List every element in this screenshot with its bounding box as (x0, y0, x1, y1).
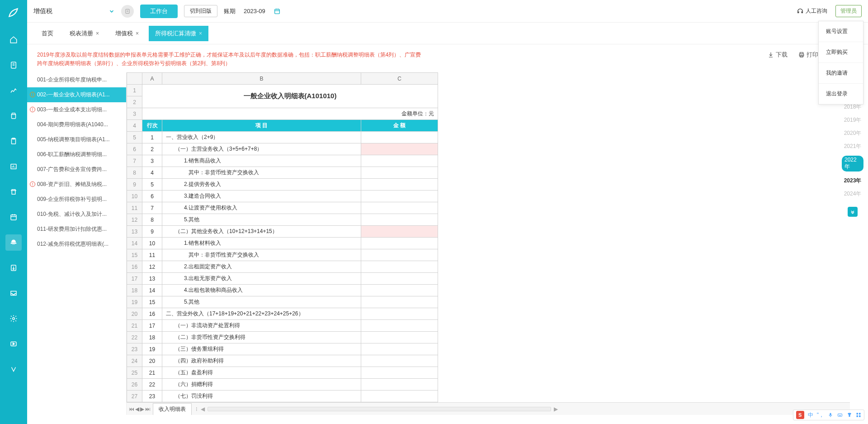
row-num[interactable]: 19 (127, 296, 142, 308)
item-name-cell[interactable]: 5.其他 (162, 214, 361, 226)
line-number-cell[interactable]: 5 (142, 179, 162, 191)
horizontal-scrollbar[interactable]: ⫶◀▶ (192, 406, 850, 412)
close-icon[interactable]: × (199, 30, 202, 37)
line-number-cell[interactable]: 21 (142, 367, 162, 379)
refresh-button[interactable] (121, 5, 134, 18)
nav-video-icon[interactable] (5, 336, 22, 352)
line-number-cell[interactable]: 22 (142, 379, 162, 391)
form-list-item[interactable]: 009-企业所得税弥补亏损明... (27, 192, 126, 207)
amount-cell[interactable] (361, 308, 438, 320)
line-number-cell[interactable]: 15 (142, 296, 162, 308)
row-num[interactable]: 1 (127, 85, 142, 96)
row-num[interactable]: 15 (127, 249, 142, 261)
print-button[interactable]: 打印 (798, 51, 818, 59)
row-num[interactable]: 14 (127, 238, 142, 249)
nav-clipboard-icon[interactable] (5, 133, 22, 149)
row-num[interactable]: 13 (127, 226, 142, 238)
line-number-cell[interactable]: 23 (142, 391, 162, 402)
item-name-cell[interactable]: （五）盘盈利得 (162, 367, 361, 379)
nav-last-icon[interactable]: ⏭ (145, 406, 151, 412)
form-list-item[interactable]: 010-免税、减计收入及加计... (27, 207, 126, 222)
row-num[interactable]: 27 (127, 391, 142, 402)
nav-active-icon[interactable] (5, 234, 22, 251)
tab-tax-list[interactable]: 税表清册× (63, 26, 105, 41)
sheet-nav[interactable]: ⏮ ◀ ▶ ⏭ (127, 406, 153, 412)
line-number-cell[interactable]: 4 (142, 167, 162, 179)
row-num[interactable]: 3 (127, 108, 142, 120)
form-list-item[interactable]: !002-一般企业收入明细表(A1... (27, 87, 126, 102)
workdesk-button[interactable]: 工作台 (140, 5, 178, 18)
form-list-item[interactable]: !003-一般企业成本支出明细... (27, 102, 126, 117)
item-name-cell[interactable]: （四）政府补助利得 (162, 355, 361, 367)
amount-cell[interactable] (361, 379, 438, 391)
amount-cell[interactable] (361, 273, 438, 285)
line-number-cell[interactable]: 19 (142, 343, 162, 355)
ime-mic-icon[interactable] (828, 412, 833, 418)
line-number-cell[interactable]: 9 (142, 226, 162, 238)
item-name-cell[interactable]: 5.其他 (162, 296, 361, 308)
menu-logout[interactable]: 退出登录 (819, 84, 863, 104)
row-num[interactable]: 22 (127, 332, 142, 343)
item-name-cell[interactable]: 其中：非货币性资产交换收入 (162, 167, 361, 179)
ime-punct-icon[interactable]: "， (817, 411, 824, 419)
row-num[interactable]: 12 (127, 214, 142, 226)
nav-settings-icon[interactable] (5, 310, 22, 327)
item-name-cell[interactable]: 一、营业收入（2+9） (162, 132, 361, 143)
year-item[interactable]: 2022年 (842, 156, 863, 172)
form-list-item[interactable]: 001-企业所得税年度纳税申... (27, 72, 126, 87)
tab-home[interactable]: 首页 (35, 26, 60, 41)
line-number-cell[interactable]: 10 (142, 238, 162, 249)
line-number-cell[interactable]: 18 (142, 332, 162, 343)
menu-my-invite[interactable]: 我的邀请 (819, 63, 863, 84)
form-list-item[interactable]: 011-研发费用加计扣除优惠... (27, 222, 126, 237)
nav-v-icon[interactable] (5, 361, 22, 377)
ime-keyboard-icon[interactable] (837, 412, 843, 418)
ime-skin-icon[interactable] (847, 412, 852, 418)
item-name-cell[interactable]: 其中：非货币性资产交换收入 (162, 249, 361, 261)
amount-cell[interactable] (361, 296, 438, 308)
line-number-cell[interactable]: 14 (142, 285, 162, 296)
line-number-cell[interactable]: 8 (142, 214, 162, 226)
line-number-cell[interactable]: 16 (142, 308, 162, 320)
form-list-item[interactable]: 004-期间费用明细表(A1040... (27, 117, 126, 132)
item-name-cell[interactable]: 二、营业外收入（17+18+19+20+21+22+23+24+25+26） (162, 308, 361, 320)
year-item[interactable]: 2021年 (844, 143, 862, 150)
nav-home-icon[interactable] (5, 32, 22, 48)
nav-archive-icon[interactable] (5, 260, 22, 276)
item-name-cell[interactable]: （二）其他业务收入（10+12+13+14+15） (162, 226, 361, 238)
amount-cell[interactable] (361, 367, 438, 379)
amount-cell[interactable] (361, 391, 438, 402)
download-button[interactable]: 下载 (768, 51, 788, 59)
nav-calendar-icon[interactable] (5, 209, 22, 225)
menu-buy-now[interactable]: 立即购买 (819, 42, 863, 63)
nav-prev-icon[interactable]: ◀ (135, 406, 139, 412)
item-name-cell[interactable]: （三）债务重组利得 (162, 343, 361, 355)
row-num[interactable]: 4 (127, 120, 142, 132)
company-dropdown[interactable]: 增值税 (33, 7, 115, 15)
line-number-cell[interactable]: 17 (142, 320, 162, 332)
amount-cell[interactable] (361, 285, 438, 296)
row-num[interactable]: 23 (127, 343, 142, 355)
nav-first-icon[interactable]: ⏮ (129, 406, 134, 412)
item-name-cell[interactable]: 3.建造合同收入 (162, 191, 361, 202)
year-item[interactable]: 2023年 (844, 177, 862, 185)
amount-cell[interactable] (361, 226, 438, 238)
row-num[interactable]: 11 (127, 202, 142, 214)
ime-logo-icon[interactable]: S (796, 411, 804, 419)
amount-cell[interactable] (361, 214, 438, 226)
row-num[interactable]: 20 (127, 308, 142, 320)
amount-cell[interactable] (361, 155, 438, 167)
year-item[interactable]: 2019年 (844, 116, 862, 124)
nav-money-icon[interactable] (5, 108, 22, 124)
line-number-cell[interactable]: 11 (142, 249, 162, 261)
menu-account-settings[interactable]: 账号设置 (819, 21, 863, 42)
tab-vat[interactable]: 增值税× (109, 26, 145, 41)
row-num[interactable]: 5 (127, 132, 142, 143)
calendar-icon[interactable] (274, 8, 281, 15)
admin-button[interactable]: 管理员 (835, 5, 862, 17)
line-number-cell[interactable]: 13 (142, 273, 162, 285)
amount-cell[interactable] (361, 249, 438, 261)
line-number-cell[interactable]: 6 (142, 191, 162, 202)
close-icon[interactable]: × (136, 30, 139, 37)
year-expand-button[interactable] (848, 207, 858, 217)
